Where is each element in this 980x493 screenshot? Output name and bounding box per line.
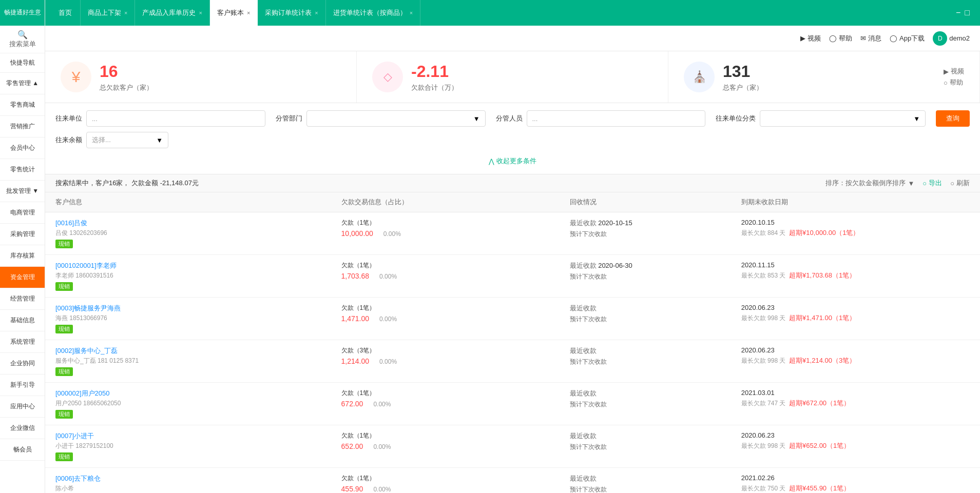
sidebar-item-vip[interactable]: 畅会员: [0, 439, 45, 461]
debt-ratio-4: 0.00%: [373, 401, 391, 408]
recover-last-2: 最近收款: [570, 304, 741, 313]
recover-cell-6: 最近收款 预计下次收款: [570, 474, 741, 493]
help-link[interactable]: ○ 帮助: [944, 78, 964, 87]
sidebar-item-batch-mgmt[interactable]: 批发管理 ▼: [0, 181, 45, 202]
nav-tab-home[interactable]: 首页: [50, 0, 81, 26]
nav-tab-end: − □: [951, 8, 975, 17]
stat-debt-total-info: -2.11 欠款合计（万）: [411, 62, 458, 92]
debt-amount-4[interactable]: 672.00: [341, 400, 363, 408]
customer-contact-2: 海燕 18513066976: [55, 314, 341, 323]
close-production-icon[interactable]: ×: [199, 10, 202, 16]
overdue-cell-1: 2020.11.15 最长欠款 853 天 超期¥1,703.68（1笔）: [741, 261, 970, 280]
help-action[interactable]: ◯ 帮助: [829, 34, 852, 43]
debt-amount-6[interactable]: 455.90: [341, 485, 363, 493]
sort-control[interactable]: 排序：按欠款金额倒序排序 ▼: [825, 179, 914, 188]
export-button[interactable]: ○ 导出: [923, 179, 942, 188]
customer-cell-3: [0002]服务中心_丁磊 服务中心_丁磊 181 0125 8371 现销: [55, 346, 341, 376]
customer-cell-0: [0016]吕俊 吕俊 13026203696 现销: [55, 219, 341, 248]
nav-tab-customer-account[interactable]: 客户账本 ×: [210, 0, 258, 26]
overdue-link-2[interactable]: 超期¥1,471.00（1笔）: [789, 314, 856, 322]
balance-select[interactable]: 选择... ▼: [86, 132, 168, 148]
debt-amount-0[interactable]: 10,000.00: [341, 229, 373, 238]
sidebar-item-marketing[interactable]: 营销推广: [0, 116, 45, 137]
sidebar-item-system[interactable]: 系统管理: [0, 331, 45, 353]
overdue-link-3[interactable]: 超期¥1,214.00（3笔）: [789, 357, 856, 364]
refresh-button[interactable]: ○ 刷新: [950, 179, 970, 188]
debt-label-6: 欠款（1笔）: [341, 474, 376, 483]
sidebar-item-ecommerce[interactable]: 电商管理: [0, 202, 45, 224]
filter-area: 往来单位 ... 分管部门 ▼ 分管人员 ... 往来单位分类: [45, 103, 980, 174]
close-customer-icon[interactable]: ×: [247, 10, 250, 16]
overdue-link-6[interactable]: 超期¥455.90（1笔）: [789, 484, 850, 492]
filter-balance-label: 往来余额: [55, 135, 82, 145]
recover-last-1: 最近收款 2020-06-30: [570, 261, 741, 270]
window-minimize-icon[interactable]: −: [956, 8, 960, 17]
person-input[interactable]: ...: [527, 110, 706, 127]
customer-name-2[interactable]: [0003]畅捷服务尹海燕: [55, 304, 341, 313]
user-profile[interactable]: D demo2: [933, 31, 970, 46]
customer-name-5[interactable]: [0007]小进干: [55, 431, 341, 441]
sidebar-item-enterprise[interactable]: 企业协同: [0, 353, 45, 374]
sidebar-item-wechat[interactable]: 企业微信: [0, 418, 45, 439]
sidebar-item-basic[interactable]: 基础信息: [0, 310, 45, 331]
sidebar-item-retail-mgmt[interactable]: 零售管理 ▲: [0, 73, 45, 94]
sidebar-item-retail-mall[interactable]: 零售商城: [0, 94, 45, 116]
customer-name-6[interactable]: [0006]去下粮仓: [55, 474, 341, 483]
sidebar-item-operations[interactable]: 经营管理: [0, 288, 45, 310]
nav-tab-purchase-order[interactable]: 采购订单统计表 ×: [258, 0, 325, 26]
overdue-date-0: 2020.10.15: [741, 219, 970, 226]
video-action[interactable]: ▶ 视频: [800, 34, 821, 43]
collapse-filter-btn[interactable]: ⋀ 收起更多条件: [55, 153, 970, 169]
overdue-link-5[interactable]: 超期¥652.00（1笔）: [789, 442, 850, 449]
customer-name-1[interactable]: [0001020001]李老师: [55, 261, 341, 270]
customer-cell-1: [0001020001]李老师 李老师 18600391516 现销: [55, 261, 341, 291]
sidebar-item-purchase[interactable]: 采购管理: [0, 224, 45, 245]
video-help-link[interactable]: ▶ 视频: [944, 67, 964, 76]
debt-amount-5[interactable]: 652.00: [341, 442, 363, 450]
overdue-link-4[interactable]: 超期¥672.00（1笔）: [789, 399, 850, 407]
filter-dept-label: 分管部门: [276, 114, 302, 123]
sidebar-item-inventory[interactable]: 库存核算: [0, 245, 45, 267]
dept-select[interactable]: ▼: [306, 110, 486, 127]
debt-label-3: 欠款（3笔）: [341, 346, 376, 355]
search-menu[interactable]: 🔍 搜索菜单: [0, 26, 45, 53]
sidebar-item-apps[interactable]: 应用中心: [0, 396, 45, 418]
table-row: [000002]用户2050 用户2050 18665062050 现销 欠款（…: [45, 383, 980, 425]
debt-amount-2[interactable]: 1,471.00: [341, 314, 370, 323]
category-select[interactable]: ▼: [760, 110, 926, 127]
overdue-link-0[interactable]: 超期¥10,000.00（1笔）: [789, 229, 859, 236]
sidebar-item-member[interactable]: 会员中心: [0, 137, 45, 159]
search-button[interactable]: 查询: [936, 110, 970, 127]
recover-cell-1: 最近收款 2020-06-30 预计下次收款: [570, 261, 741, 281]
close-products-icon[interactable]: ×: [124, 10, 127, 16]
close-incoming-icon[interactable]: ×: [410, 10, 413, 16]
sidebar-item-guide[interactable]: 新手引导: [0, 374, 45, 396]
debt-ratio-3: 0.00%: [379, 358, 397, 365]
sidebar-item-finance[interactable]: 资金管理: [0, 267, 45, 288]
window-maximize-icon[interactable]: □: [965, 8, 970, 17]
close-purchase-icon[interactable]: ×: [315, 10, 318, 16]
debt-cell-3: 欠款（3笔） 1,214.00 0.00%: [341, 346, 570, 367]
result-actions: 排序：按欠款金额倒序排序 ▼ ○ 导出 ○ 刷新: [825, 179, 970, 188]
debt-amount-1[interactable]: 1,703.68: [341, 272, 370, 280]
customer-name-3[interactable]: [0002]服务中心_丁磊: [55, 346, 341, 356]
table-body: [0016]吕俊 吕俊 13026203696 现销 欠款（1笔） 10,000…: [45, 212, 980, 493]
app-logo[interactable]: 畅捷通好生意: [0, 0, 45, 26]
message-action[interactable]: ✉ 消息: [860, 34, 881, 43]
customer-name-4[interactable]: [000002]用户2050: [55, 389, 341, 398]
recover-cell-2: 最近收款 预计下次收款: [570, 304, 741, 324]
supplier-input[interactable]: ...: [86, 110, 265, 127]
customer-name-0[interactable]: [0016]吕俊: [55, 219, 341, 228]
nav-tab-incoming-stat[interactable]: 进货单统计表（按商品）×: [326, 0, 420, 26]
nav-tab-products[interactable]: 商品上下架 ×: [81, 0, 135, 26]
result-info: 搜索结果中，客户16家， 欠款金额 -21,148.07元: [55, 179, 199, 188]
quick-nav[interactable]: 快捷导航: [0, 53, 45, 73]
overdue-date-4: 2021.03.01: [741, 389, 970, 397]
nav-tab-production[interactable]: 产成品入库单历史 ×: [135, 0, 209, 26]
collapse-label: 收起更多条件: [496, 156, 536, 166]
sidebar-item-retail-stat[interactable]: 零售统计: [0, 159, 45, 181]
debt-amount-3[interactable]: 1,214.00: [341, 357, 370, 365]
app-download-action[interactable]: ◯ App下载: [890, 34, 925, 43]
overdue-days-5: 最长欠款 998 天 超期¥652.00（1笔）: [741, 441, 970, 450]
overdue-link-1[interactable]: 超期¥1,703.68（1笔）: [789, 271, 856, 279]
